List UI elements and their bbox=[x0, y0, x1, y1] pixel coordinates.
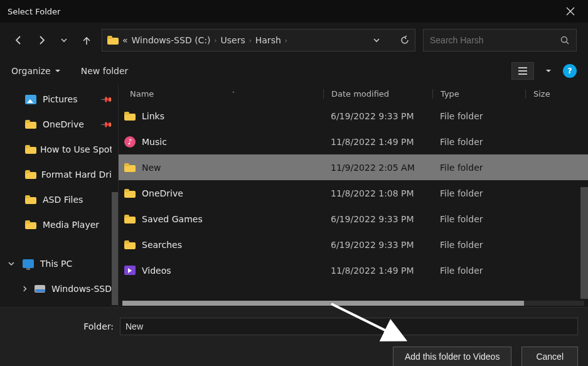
file-type: File folder bbox=[432, 214, 525, 224]
file-row[interactable]: New11/9/2022 2:05 AMFile folder bbox=[119, 154, 588, 180]
chevron-down-icon bbox=[8, 260, 15, 267]
this-pc-icon bbox=[23, 259, 34, 268]
file-row[interactable]: OneDrive11/8/2022 1:08 PMFile folder bbox=[119, 180, 588, 206]
main-area: Pictures 📌 OneDrive 📌 How to Use Spotlig… bbox=[0, 84, 588, 308]
sidebar-item-label: Format Hard Drive bbox=[41, 170, 112, 180]
caret-down-icon[interactable] bbox=[545, 68, 552, 74]
sidebar-item-onedrive[interactable]: OneDrive 📌 bbox=[0, 112, 118, 137]
folder-icon bbox=[124, 215, 136, 223]
sidebar-scrollbar[interactable] bbox=[112, 87, 118, 304]
sidebar-item-label: Media Player bbox=[43, 220, 99, 230]
address-leading: « bbox=[122, 35, 128, 45]
music-icon: ♪ bbox=[124, 136, 136, 148]
window-title: Select Folder bbox=[8, 7, 60, 16]
sidebar-item-pictures[interactable]: Pictures 📌 bbox=[0, 87, 118, 112]
chevron-down-icon bbox=[372, 36, 381, 45]
svg-rect-2 bbox=[518, 70, 527, 72]
cancel-button[interactable]: Cancel bbox=[521, 347, 578, 366]
svg-point-0 bbox=[562, 37, 567, 43]
scrollbar-thumb[interactable] bbox=[112, 192, 118, 305]
file-date: 6/19/2022 9:33 PM bbox=[323, 111, 432, 121]
address-bar[interactable]: « Windows-SSD (C:) › Users › Harsh › bbox=[102, 29, 415, 51]
arrow-right-icon bbox=[36, 35, 47, 46]
file-date: 11/8/2022 1:49 PM bbox=[323, 137, 432, 147]
sidebar-item-this-pc[interactable]: This PC bbox=[0, 251, 118, 276]
caret-down-icon bbox=[55, 68, 61, 74]
chevron-right-icon: › bbox=[249, 37, 252, 44]
footer: Folder: Add this folder to Videos Cancel bbox=[0, 308, 588, 366]
titlebar: Select Folder bbox=[0, 0, 588, 23]
search-icon bbox=[560, 35, 570, 45]
back-button[interactable] bbox=[11, 33, 26, 48]
new-folder-label: New folder bbox=[81, 66, 129, 76]
file-row[interactable]: Videos11/8/2022 1:49 PMFile folder bbox=[119, 257, 588, 283]
folder-icon bbox=[25, 195, 36, 204]
view-options-button[interactable] bbox=[511, 62, 534, 80]
file-date: 11/8/2022 1:08 PM bbox=[323, 188, 432, 198]
file-date: 11/9/2022 2:05 AM bbox=[323, 163, 432, 173]
file-row[interactable]: ♪Music11/8/2022 1:49 PMFile folder bbox=[119, 129, 588, 154]
column-header-name[interactable]: Name ˄ bbox=[119, 89, 323, 99]
organize-label: Organize bbox=[11, 66, 51, 76]
breadcrumb[interactable]: Users bbox=[221, 35, 245, 45]
file-name: Links bbox=[142, 111, 164, 121]
chevron-right-icon bbox=[21, 285, 28, 293]
sidebar-item-label: ASD Files bbox=[43, 195, 83, 205]
address-dropdown[interactable] bbox=[372, 36, 381, 45]
refresh-button[interactable] bbox=[400, 35, 410, 45]
file-type: File folder bbox=[432, 111, 525, 121]
file-type: File folder bbox=[432, 163, 525, 173]
sort-indicator-icon: ˄ bbox=[232, 91, 235, 98]
folder-name-input[interactable] bbox=[120, 318, 578, 335]
search-box[interactable] bbox=[423, 29, 577, 51]
file-row[interactable]: Searches6/19/2022 9:33 PMFile folder bbox=[119, 232, 588, 257]
file-type: File folder bbox=[432, 137, 525, 147]
file-list: Links6/19/2022 9:33 PMFile folder♪Music1… bbox=[119, 103, 588, 283]
search-input[interactable] bbox=[430, 35, 560, 45]
close-button[interactable] bbox=[560, 1, 580, 21]
recent-dropdown[interactable] bbox=[56, 33, 72, 48]
vertical-scrollbar[interactable] bbox=[580, 103, 588, 298]
organize-dropdown[interactable]: Organize bbox=[11, 66, 61, 76]
scrollbar-thumb[interactable] bbox=[122, 301, 524, 306]
add-folder-button[interactable]: Add this folder to Videos bbox=[393, 347, 512, 366]
refresh-icon bbox=[400, 35, 410, 45]
column-header-date[interactable]: Date modified bbox=[323, 89, 432, 99]
sidebar-item-folder[interactable]: Format Hard Drive bbox=[0, 162, 118, 187]
file-name: Music bbox=[142, 137, 167, 147]
column-header-size[interactable]: Size bbox=[525, 89, 588, 99]
svg-rect-3 bbox=[518, 73, 527, 75]
file-date: 11/8/2022 1:49 PM bbox=[323, 266, 432, 276]
sidebar-item-label: How to Use Spotlight bbox=[40, 144, 112, 154]
column-header-type[interactable]: Type bbox=[432, 89, 525, 99]
up-button[interactable] bbox=[79, 33, 94, 48]
horizontal-scrollbar[interactable] bbox=[122, 301, 584, 306]
sidebar-item-label: This PC bbox=[40, 259, 72, 269]
sidebar-item-folder[interactable]: How to Use Spotlight bbox=[0, 137, 118, 162]
sidebar-item-drive[interactable]: Windows-SSD bbox=[0, 276, 118, 301]
forward-button[interactable] bbox=[34, 33, 49, 48]
file-name: Searches bbox=[142, 240, 182, 250]
file-type: File folder bbox=[432, 266, 525, 276]
folder-icon bbox=[25, 220, 36, 229]
sidebar-item-folder[interactable]: ASD Files bbox=[0, 187, 118, 212]
help-button[interactable]: ? bbox=[563, 64, 577, 78]
sidebar-item-label: Pictures bbox=[43, 94, 77, 104]
file-row[interactable]: Links6/19/2022 9:33 PMFile folder bbox=[119, 103, 588, 129]
folder-icon bbox=[107, 36, 119, 45]
video-icon bbox=[124, 266, 136, 275]
pictures-icon bbox=[25, 95, 36, 104]
file-name: New bbox=[142, 163, 161, 173]
file-name: OneDrive bbox=[142, 188, 183, 198]
breadcrumb[interactable]: Harsh bbox=[255, 35, 281, 45]
file-row[interactable]: Saved Games6/19/2022 9:33 PMFile folder bbox=[119, 206, 588, 232]
breadcrumb[interactable]: Windows-SSD (C:) bbox=[132, 35, 211, 45]
sidebar-item-folder[interactable]: Media Player bbox=[0, 212, 118, 237]
folder-icon bbox=[124, 240, 136, 249]
list-view-icon bbox=[518, 67, 528, 75]
chevron-right-icon: › bbox=[215, 37, 217, 44]
file-type: File folder bbox=[432, 240, 525, 250]
chevron-right-icon: › bbox=[285, 37, 287, 44]
new-folder-button[interactable]: New folder bbox=[81, 66, 129, 76]
scrollbar-thumb[interactable] bbox=[580, 187, 588, 299]
